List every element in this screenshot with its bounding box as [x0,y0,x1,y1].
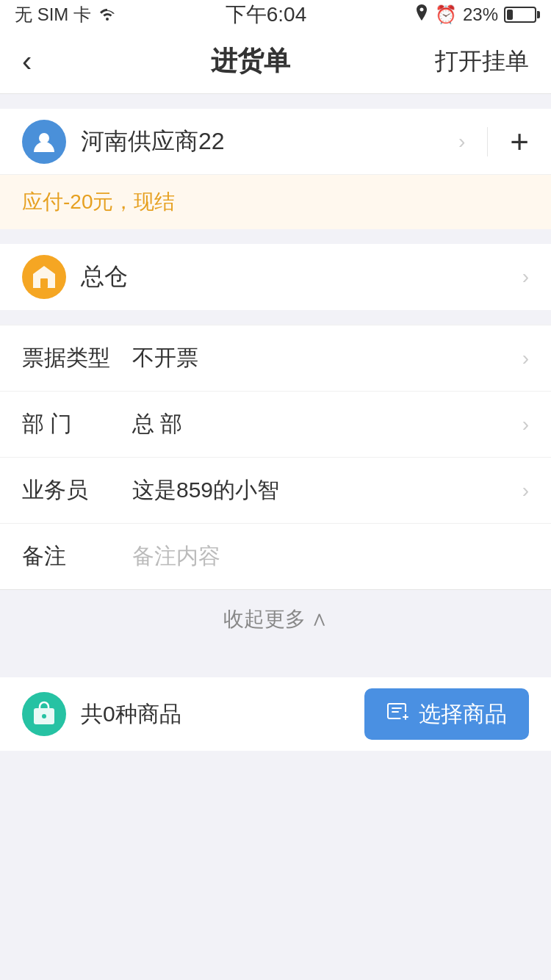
section-gap-3 [0,310,551,325]
warehouse-row[interactable]: 总仓 › [0,244,551,310]
svg-rect-2 [40,278,48,288]
supplier-name: 河南供应商22 [81,126,458,158]
page-title: 进货单 [211,43,290,79]
remark-value[interactable]: 备注内容 [132,541,529,572]
wifi-icon [97,4,118,25]
notice-row: 应付-20元，现结 [0,175,551,229]
remark-label: 备注 [22,541,125,572]
salesperson-arrow: › [522,479,529,502]
svg-point-1 [39,133,49,143]
warehouse-section: 总仓 › [0,244,551,310]
select-product-label: 选择商品 [419,699,507,729]
department-label: 部 门 [22,409,125,439]
supplier-row[interactable]: 河南供应商22 › + [0,109,551,175]
carrier-text: 无 SIM 卡 [15,3,91,26]
invoice-type-arrow: › [522,347,529,370]
vertical-divider [487,127,488,156]
warehouse-arrow-icon: › [522,265,529,289]
department-row[interactable]: 部 门 总 部 › [0,391,551,457]
location-icon [414,4,429,25]
form-section: 票据类型 不开票 › 部 门 总 部 › 业务员 这是859的小智 › 备注 备… [0,325,551,648]
supplier-arrow-icon: › [458,130,465,154]
battery-text: 23% [463,4,498,25]
supplier-section: 河南供应商22 › + 应付-20元，现结 [0,109,551,229]
svg-point-4 [42,714,46,718]
collapse-label: 收起更多 ∧ [223,605,328,633]
product-icon [22,692,66,736]
department-value: 总 部 [132,409,522,439]
battery-icon [504,7,536,23]
status-left: 无 SIM 卡 [15,3,118,26]
department-arrow: › [522,413,529,436]
notice-text: 应付-20元，现结 [22,190,175,213]
bottom-product-section: 共0种商品 选择商品 [0,677,551,751]
invoice-type-row[interactable]: 票据类型 不开票 › [0,325,551,391]
salesperson-label: 业务员 [22,475,125,505]
back-button[interactable]: ‹ [22,45,66,78]
supplier-avatar [22,120,66,164]
salesperson-value: 这是859的小智 [132,475,522,505]
status-bar: 无 SIM 卡 下午6:04 ⏰ 23% [0,0,551,29]
section-gap-2 [0,229,551,244]
warehouse-icon [22,255,66,299]
svg-point-0 [106,18,109,21]
add-supplier-button[interactable]: + [510,126,529,158]
alarm-icon: ⏰ [435,4,457,25]
nav-bar: ‹ 进货单 打开挂单 [0,29,551,94]
status-time: 下午6:04 [226,1,307,29]
select-product-button[interactable]: 选择商品 [364,688,529,740]
remark-row[interactable]: 备注 备注内容 [0,523,551,589]
invoice-type-label: 票据类型 [22,343,125,373]
section-gap-1 [0,94,551,109]
product-count-text: 共0种商品 [81,699,364,729]
warehouse-name: 总仓 [81,261,522,293]
status-right: ⏰ 23% [414,4,536,25]
invoice-type-value: 不开票 [132,343,522,373]
open-pending-button[interactable]: 打开挂单 [435,46,529,78]
salesperson-row[interactable]: 业务员 这是859的小智 › [0,457,551,523]
section-gap-4 [0,648,551,663]
collapse-row[interactable]: 收起更多 ∧ [0,589,551,648]
select-product-icon [386,699,410,729]
